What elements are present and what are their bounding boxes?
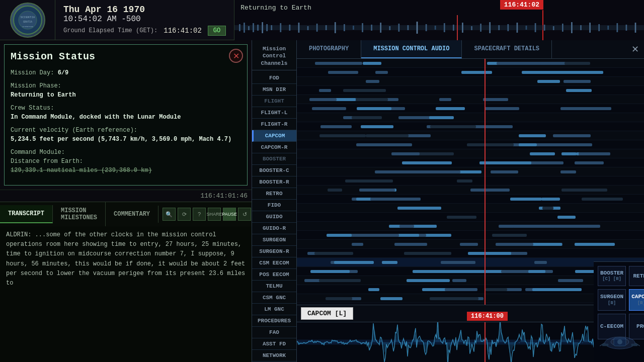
track-bar (356, 98, 388, 101)
logo-area: SCIENTIA GRATIA SCIENTIAE (0, 0, 55, 40)
mission-phase-label: Mission Phase: (11, 81, 241, 90)
track-bar (553, 134, 591, 137)
channel-btn-booster-c[interactable]: BOOSTER-C (252, 165, 296, 176)
control-btn-booster[interactable]: BOOSTER[C] [R] (598, 266, 626, 286)
channel-btn-booster[interactable]: BOOSTER (252, 153, 296, 165)
track-row (297, 195, 644, 204)
control-btn-surgeon[interactable]: SURGEON[R] (598, 289, 626, 311)
svg-rect-17 (307, 26, 309, 30)
track-bar (426, 152, 446, 155)
svg-rect-13 (271, 25, 273, 30)
control-btn-retro[interactable]: RETRO (629, 266, 644, 286)
channel-btn-guido[interactable]: GUIDO (252, 211, 296, 223)
track-bar (528, 270, 545, 273)
transcript-content[interactable]: ALDRIN: ...some of the other clocks in t… (0, 226, 252, 362)
time-area: Thu Apr 16 1970 10:54:02 AM -500 Ground … (55, 1, 234, 40)
track-bar (491, 170, 518, 173)
distance-label: Distance from Earth: (11, 157, 241, 166)
channel-btn-pos-eecom[interactable]: POS EECOM (252, 269, 296, 281)
mission-logo: SCIENTIA GRATIA SCIENTIAE (10, 3, 45, 38)
channel-btn-fao[interactable]: FAO (252, 327, 296, 338)
channel-btn-lm-gnc[interactable]: LM GNC (252, 304, 296, 315)
track-bar (361, 125, 393, 128)
undo-icon-btn[interactable]: ↺ (238, 208, 251, 221)
channel-btn-surgeon[interactable]: SURGEON (252, 234, 296, 246)
close-right-button[interactable]: ✕ (626, 40, 644, 58)
track-bar (413, 270, 450, 273)
svg-rect-62 (602, 344, 608, 346)
channel-btn-fido[interactable]: FIDO (252, 200, 296, 211)
channel-btn-flight-l[interactable]: FLIGHT-L (252, 107, 296, 119)
track-bar (496, 243, 533, 246)
channel-btn-csm-eecom[interactable]: CSM EECOM (252, 257, 296, 269)
header-time-marker: 116:41:02 (500, 0, 543, 10)
track-row (297, 176, 644, 186)
track-bar (399, 225, 414, 228)
track-bar (439, 98, 451, 101)
mission-day-row: Mission Day: 6/9 (11, 68, 241, 77)
tab-transcript[interactable]: TRANSCRIPT (0, 205, 53, 223)
track-bar (485, 107, 519, 110)
cm-label: Command Module: (11, 148, 241, 157)
track-bar (483, 98, 508, 101)
tab-commentary[interactable]: COMMENTARY (106, 206, 158, 223)
track-bar (352, 116, 382, 119)
get-label: Ground Elapsed Time (GET): (63, 27, 157, 34)
tab-spacecraft-details[interactable]: SPACECRAFT DETAILS (462, 40, 552, 58)
close-mission-button[interactable]: ✕ (229, 49, 243, 63)
track-bar (404, 252, 451, 255)
track-bar (497, 62, 541, 65)
channel-btn-capcom[interactable]: CAPCOM (252, 130, 296, 142)
tab-mission-control-audio[interactable]: MISSION CONTROL AUDIO (361, 40, 462, 58)
help-icon-btn[interactable]: ? (193, 208, 206, 221)
svg-text:GRATIA: GRATIA (23, 21, 32, 24)
channel-btn-procedures[interactable]: PROCEDURES (252, 315, 296, 327)
track-bar (492, 234, 527, 237)
channel-btn-surgeon-r[interactable]: SURGEON-R (252, 246, 296, 257)
track-bar (310, 98, 329, 101)
pause-icon-btn[interactable]: PAUSE (223, 208, 236, 221)
track-row (297, 303, 644, 305)
track-bar (407, 279, 428, 282)
control-btn-capcom[interactable]: CAPCOM[R] (629, 289, 644, 311)
channel-btn-csm-gnc[interactable]: CSM GNC (252, 292, 296, 304)
tracks-area[interactable] (297, 59, 644, 305)
channel-btn-telmu[interactable]: TELMU (252, 281, 296, 292)
channel-btn-flight[interactable]: FLIGHT (252, 96, 296, 107)
track-row (297, 186, 644, 195)
track-row (297, 131, 644, 140)
tab-photography[interactable]: PHOTOGRAPHY (297, 40, 361, 58)
mission-phase-value: Returning to Earth (11, 92, 76, 99)
svg-rect-48 (590, 23, 591, 33)
channel-btn-asst-fd[interactable]: ASST FD (252, 338, 296, 350)
share-icon-btn[interactable]: SHARE (208, 208, 221, 221)
channel-btn-guido-r[interactable]: GUIDO-R (252, 223, 296, 234)
svg-rect-21 (344, 24, 345, 31)
channel-btn-fod[interactable]: FOD (252, 72, 296, 84)
channel-btn-capcom-r[interactable]: CAPCOM-R (252, 142, 296, 153)
track-bar (530, 243, 562, 246)
search-icon-btn[interactable]: 🔍 (163, 208, 176, 221)
time-badge: 116:41:00 (467, 312, 508, 321)
channel-btn-msn-dir[interactable]: MSN DIR (252, 84, 296, 96)
channel-btn-retro[interactable]: RETRO (252, 188, 296, 200)
track-bar (394, 243, 427, 246)
history-icon-btn[interactable]: ⟳ (178, 208, 191, 221)
track-bar (430, 125, 476, 128)
left-panel: Mission Status ✕ Mission Day: 6/9 Missio… (0, 40, 252, 362)
spaceship-icon (600, 328, 640, 358)
channel-btn-booster-r[interactable]: BOOSTER-R (252, 176, 296, 188)
go-button[interactable]: GO (208, 26, 226, 36)
track-row (297, 77, 644, 86)
track-bar (343, 89, 385, 92)
svg-text:SCIENTIAE: SCIENTIAE (22, 26, 33, 28)
track-bar (519, 143, 537, 146)
track-row (297, 240, 644, 249)
mission-phase-row: Mission Phase: Returning to Earth (11, 81, 241, 100)
channel-btn-flight-r[interactable]: FLIGHT-R (252, 119, 296, 130)
red-line-bottom (485, 322, 486, 362)
transcript-text: ALDRIN: ...some of the other clocks in t… (6, 230, 246, 288)
tab-milestones[interactable]: MISSION MILESTONES (53, 202, 106, 226)
channel-btn-network[interactable]: NETWORK (252, 350, 296, 361)
bottom-waveform (297, 322, 644, 362)
